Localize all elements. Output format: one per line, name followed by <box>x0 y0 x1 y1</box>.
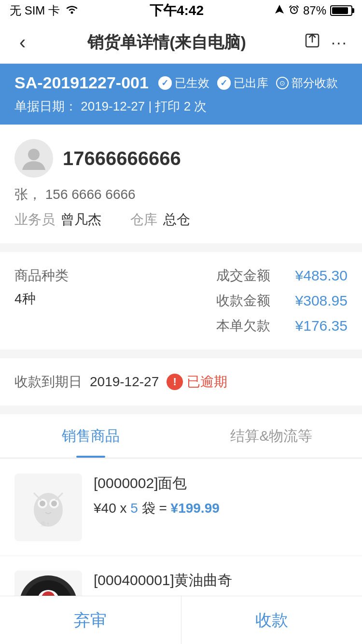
status-bar: 无 SIM 卡 下午4:42 87% <box>0 0 362 21</box>
product-title-2: 黄油曲奇 <box>174 572 232 588</box>
product-total-1: ¥199.99 <box>171 501 220 516</box>
clock-icon: ⊙ <box>276 77 289 89</box>
status-bar-time: 下午4:42 <box>150 1 204 20</box>
badge-shipped: ✓ 已出库 <box>217 75 268 91</box>
customer-name-text: 张， <box>14 187 42 202</box>
order-header-row1: SA-20191227-001 ✓ 已生效 ✓ 已出库 ⊙ 部分收款 <box>14 73 348 92</box>
overdue-icon: ! <box>167 374 183 390</box>
divider-2 <box>0 350 362 358</box>
product-code-1: [0000002] <box>94 475 158 491</box>
tabs-row: 销售商品 结算&物流等 <box>0 414 362 458</box>
due-label: 收款到期日 <box>14 373 82 391</box>
footer-bar: 弃审 收款 <box>0 596 362 644</box>
battery-fill <box>332 7 348 14</box>
status-bar-right: 87% <box>274 4 352 17</box>
battery-text: 87% <box>303 4 326 17</box>
svg-point-9 <box>40 501 45 506</box>
badge-effective: ✓ 已生效 <box>158 75 209 91</box>
svg-point-10 <box>51 501 57 506</box>
deal-amount-value: ¥485.30 <box>285 267 348 284</box>
stats-grid: 商品种类 4种 成交金额 ¥485.30 收款金额 ¥308.95 本单欠款 ¥… <box>14 266 348 335</box>
share-icon[interactable] <box>303 31 321 53</box>
sales-name: 曾凡杰 <box>61 210 101 229</box>
page-title: 销货单详情(来自电脑) <box>87 31 246 54</box>
check-icon-shipped: ✓ <box>217 76 231 90</box>
svg-point-5 <box>28 149 40 160</box>
order-header: SA-20191227-001 ✓ 已生效 ✓ 已出库 ⊙ 部分收款 单据日期：… <box>0 64 362 125</box>
order-badges: ✓ 已生效 ✓ 已出库 ⊙ 部分收款 <box>158 75 338 91</box>
sales-label: 业务员 <box>14 210 55 229</box>
collected-label: 收款金额 <box>216 292 270 310</box>
check-icon-effective: ✓ <box>158 76 172 90</box>
due-date: 2019-12-27 <box>90 374 159 390</box>
tab-products[interactable]: 销售商品 <box>0 414 181 458</box>
nav-actions: ··· <box>303 31 348 53</box>
meta-sales: 业务员 曾凡杰 <box>14 210 101 229</box>
nav-bar: ‹ 销货单详情(来自电脑) ··· <box>0 21 362 64</box>
badge-partial-label: 部分收款 <box>292 75 338 91</box>
order-date: 2019-12-27 <box>81 99 145 113</box>
customer-meta: 业务员 曾凡杰 仓库 总仓 <box>14 210 348 229</box>
warehouse-label: 仓库 <box>130 210 157 229</box>
divider-3 <box>0 406 362 414</box>
product-info-1: [0000002]面包 ¥40 x 5 袋 = ¥199.99 <box>94 474 348 518</box>
tabs-section: 销售商品 结算&物流等 <box>0 414 362 458</box>
status-bar-left: 无 SIM 卡 <box>10 3 79 18</box>
product-name-2: [000400001]黄油曲奇 <box>94 571 348 590</box>
stats-left: 商品种类 4种 <box>14 266 69 308</box>
print-info: | 打印 2 次 <box>148 99 207 113</box>
debt-label: 本单欠款 <box>216 317 270 335</box>
order-id: SA-20191227-001 <box>14 73 149 92</box>
debt-row: 本单欠款 ¥176.35 <box>216 317 348 335</box>
deal-amount-row: 成交金额 ¥485.30 <box>216 266 348 285</box>
order-date-row: 单据日期： 2019-12-27 | 打印 2 次 <box>14 98 348 115</box>
tab-settlement[interactable]: 结算&物流等 <box>181 414 362 458</box>
product-price-1: ¥40 <box>94 501 116 516</box>
customer-section: 17666666666 张， 156 6666 6666 业务员 曾凡杰 仓库 … <box>0 125 362 243</box>
avatar <box>14 139 53 178</box>
customer-detail: 张， 156 6666 6666 <box>14 185 348 204</box>
warehouse-name: 总仓 <box>163 210 190 229</box>
svg-point-0 <box>71 12 73 14</box>
badge-partial: ⊙ 部分收款 <box>276 75 338 91</box>
stats-right: 成交金额 ¥485.30 收款金额 ¥308.95 本单欠款 ¥176.35 <box>216 266 348 335</box>
meta-warehouse: 仓库 总仓 <box>130 210 190 229</box>
reject-button[interactable]: 弃审 <box>0 596 181 644</box>
collected-value: ¥308.95 <box>285 293 348 309</box>
battery-icon <box>330 5 352 16</box>
collected-row: 收款金额 ¥308.95 <box>216 292 348 310</box>
more-icon[interactable]: ··· <box>331 33 348 52</box>
product-qty-1: 5 <box>130 501 138 516</box>
tab-products-label: 销售商品 <box>62 426 120 446</box>
alarm-icon <box>289 4 299 17</box>
product-code-2: [000400001] <box>94 572 174 588</box>
tab-settlement-label: 结算&物流等 <box>230 426 312 446</box>
product-title-1: 面包 <box>158 475 187 491</box>
product-type-label: 商品种类 <box>14 266 69 285</box>
tab-underline <box>76 456 105 458</box>
location-icon <box>274 4 285 17</box>
wifi-icon <box>65 4 79 17</box>
product-unit-1: 袋 <box>142 501 155 516</box>
back-button[interactable]: ‹ <box>14 27 30 58</box>
customer-row: 17666666666 <box>14 139 348 178</box>
customer-contact: 156 6666 6666 <box>45 187 136 202</box>
list-item: 鱼+ [0000002]面包 ¥40 x 5 袋 = ¥199.99 <box>0 459 362 556</box>
overdue-text: 已逾期 <box>187 373 227 391</box>
debt-value: ¥176.35 <box>285 318 348 334</box>
due-section: 收款到期日 2019-12-27 ! 已逾期 <box>0 358 362 406</box>
product-image-1: 鱼+ <box>14 474 82 541</box>
overdue-badge: ! 已逾期 <box>167 373 227 391</box>
date-label: 单据日期： <box>14 99 77 113</box>
badge-effective-label: 已生效 <box>175 75 209 91</box>
customer-phone: 17666666666 <box>63 148 181 169</box>
carrier-text: 无 SIM 卡 <box>10 3 60 18</box>
stats-section: 商品种类 4种 成交金额 ¥485.30 收款金额 ¥308.95 本单欠款 ¥… <box>0 252 362 350</box>
svg-text:鱼+: 鱼+ <box>41 520 50 527</box>
badge-shipped-label: 已出库 <box>234 75 268 91</box>
product-name-1: [0000002]面包 <box>94 474 348 493</box>
collect-button[interactable]: 收款 <box>181 596 362 644</box>
deal-amount-label: 成交金额 <box>216 266 270 285</box>
product-type-value: 4种 <box>14 290 69 308</box>
divider-1 <box>0 244 362 252</box>
